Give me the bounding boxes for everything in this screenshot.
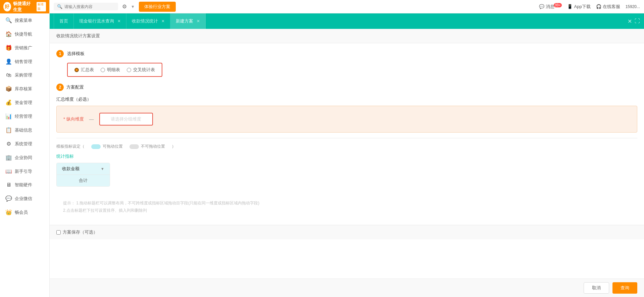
chat-icon: 💬 [5, 195, 12, 202]
draggable-indicator [91, 144, 101, 149]
topbar-right: 💬 消息 99+ 📱 App下载 🎧 在线客服 15920... [539, 4, 640, 10]
sidebar-item-search-menu[interactable]: 🔍 搜索菜单 [0, 13, 49, 27]
sidebar-item-label: 资金管理 [15, 100, 32, 106]
tab-collection-stats[interactable]: 收款情况统计 ✕ [126, 13, 170, 29]
sidebar-item-label: 企业微信 [15, 196, 32, 202]
column-header-label: 收款金额 [62, 166, 79, 172]
topbar-search-box[interactable]: 🔍 [54, 3, 118, 10]
step1-label: 1 选择模板 [56, 50, 637, 57]
query-button[interactable]: 查询 [612, 282, 637, 294]
page-title: 收款情况统计方案设置 [50, 29, 644, 43]
draggable-legend: 可拖动位置 [91, 144, 123, 149]
radio-cross-label: 交叉统计表 [133, 67, 155, 73]
metrics-legend: 模板指标设定（ 可拖动位置 不可拖动位置 ） [56, 144, 637, 149]
monitor-icon: 🖥 [5, 182, 12, 188]
save-option[interactable]: 方案保存（可选） [56, 229, 98, 235]
radio-cross[interactable]: 交叉统计表 [127, 67, 155, 73]
crown-icon: 👑 [5, 209, 12, 215]
user-icon: 👤 [5, 58, 12, 65]
tips-prefix: 提示： [63, 201, 75, 205]
notification-label: 消息 [546, 4, 554, 10]
radio-detail[interactable]: 明细表 [101, 67, 120, 73]
tab-bank-flow-close[interactable]: ✕ [117, 19, 121, 23]
sidebar-item-finance[interactable]: 💰 资金管理 [0, 96, 49, 109]
sidebar-item-label: 新手引导 [15, 168, 32, 175]
logo-text: 畅捷通好生意 [13, 1, 35, 13]
metrics-table-row: 合计 [57, 175, 110, 186]
service-icon: 🎧 [596, 4, 601, 9]
search-menu-icon: 🔍 [5, 17, 12, 23]
gift-icon: 🎁 [5, 45, 12, 51]
dimension-area: * 纵向维度 — 请选择分组维度 [56, 106, 637, 133]
tab-collection-stats-close[interactable]: ✕ [161, 19, 165, 23]
sidebar-item-label: 系统管理 [15, 141, 32, 147]
cancel-button[interactable]: 取消 [584, 282, 609, 294]
sidebar-item-label: 营销推广 [15, 45, 32, 51]
sidebar-item-purchase[interactable]: 🛍 采购管理 [0, 68, 49, 82]
sidebar-item-label: 智能硬件 [15, 182, 32, 188]
metrics-table-header[interactable]: 收款金额 ▼ [57, 163, 110, 175]
gear-icon: ⚙ [5, 141, 12, 147]
save-label: 方案保存（可选） [63, 229, 98, 235]
fixed-label: 不可拖动位置 [141, 144, 165, 149]
sidebar-item-quick-nav[interactable]: 🏠 快捷导航 [0, 27, 49, 41]
tip2: 2.点击标题栏下拉可设置排序、插入列和删除列 [63, 207, 631, 214]
industry-btn[interactable]: 体验行业方案 [139, 2, 176, 12]
dimension-section: 汇总维度（必选） * 纵向维度 — 请选择分组维度 [56, 96, 637, 133]
sidebar-nav: 🔍 搜索菜单 🏠 快捷导航 🎁 营销推广 👤 销售管理 🛍 采购管理 📦 库存核… [0, 13, 49, 297]
sidebar-item-system[interactable]: ⚙ 系统管理 [0, 137, 49, 151]
sidebar-item-hardware[interactable]: 🖥 智能硬件 [0, 178, 49, 192]
main-area: 🔍 ⚙ ▼ 体验行业方案 💬 消息 99+ 📱 App下载 🎧 在线客服 159… [50, 0, 644, 297]
tab-home[interactable]: 首页 [54, 13, 74, 29]
notification-badge: 99+ [554, 3, 562, 7]
sidebar: 好 畅捷通好生意 标准版 🔍 搜索菜单 🏠 快捷导航 🎁 营销推广 👤 销售管理… [0, 0, 50, 297]
money-icon: 💰 [5, 99, 12, 106]
logo-badge: 标准版 [37, 2, 46, 11]
sidebar-item-marketing[interactable]: 🎁 营销推广 [0, 41, 49, 55]
column-dropdown-arrow[interactable]: ▼ [101, 167, 104, 171]
tab-bank-flow-label: 现金银行流水查询 [79, 18, 114, 24]
search-icon: 🔍 [57, 4, 62, 9]
sidebar-item-sales[interactable]: 👤 销售管理 [0, 55, 49, 68]
step1-section: 1 选择模板 汇总表 明细表 交叉统计表 [50, 43, 644, 84]
dimension-title: 汇总维度（必选） [56, 96, 637, 102]
sidebar-item-label: 库存核算 [15, 86, 32, 92]
sidebar-item-enterprise[interactable]: 🏢 企业协同 [0, 151, 49, 164]
sidebar-item-label: 搜索菜单 [15, 17, 32, 23]
sidebar-item-label: 基础信息 [15, 127, 32, 133]
tab-bank-flow[interactable]: 现金银行流水查询 ✕ [74, 13, 126, 29]
dimension-placeholder[interactable]: 请选择分组维度 [99, 113, 153, 126]
radio-summary-input[interactable] [74, 68, 79, 72]
sidebar-item-member[interactable]: 👑 畅会员 [0, 205, 49, 219]
tab-new-plan[interactable]: 新建方案 ✕ [170, 13, 206, 29]
app-download-item[interactable]: 📱 App下载 [567, 4, 590, 10]
settings-icon[interactable]: ⚙ [122, 3, 127, 10]
sidebar-item-inventory[interactable]: 📦 库存核算 [0, 82, 49, 96]
save-checkbox[interactable] [56, 230, 61, 235]
radio-detail-label: 明细表 [107, 67, 120, 73]
metrics-table: 收款金额 ▼ 合计 [56, 163, 110, 187]
tab-new-plan-close[interactable]: ✕ [197, 19, 200, 23]
radio-summary[interactable]: 汇总表 [74, 67, 94, 73]
sidebar-item-label: 采购管理 [15, 72, 32, 78]
radio-cross-input[interactable] [127, 68, 131, 72]
radio-detail-input[interactable] [101, 68, 105, 72]
tabbar: 首页 现金银行流水查询 ✕ 收款情况统计 ✕ 新建方案 ✕ ✕ ⛶ [50, 13, 644, 29]
step2-num: 2 [56, 84, 64, 91]
sidebar-item-label: 快捷导航 [15, 31, 32, 37]
dropdown-arrow-icon[interactable]: ▼ [131, 4, 135, 9]
sidebar-item-operations[interactable]: 📊 经营管理 [0, 109, 49, 123]
tab-expand-icon[interactable]: ⛶ [635, 18, 640, 24]
online-service-item[interactable]: 🎧 在线客服 [596, 4, 620, 10]
content-area: 收款情况统计方案设置 1 选择模板 汇总表 明细表 [50, 29, 644, 297]
sidebar-item-guide[interactable]: 📖 新手引导 [0, 164, 49, 178]
tab-close-all-icon[interactable]: ✕ [628, 18, 632, 24]
chart-icon: 📊 [5, 113, 12, 119]
search-input[interactable] [64, 4, 115, 9]
step1-num: 1 [56, 50, 64, 57]
notification-item[interactable]: 💬 消息 99+ [539, 4, 562, 10]
dimension-arrow-icon: — [89, 116, 94, 122]
vertical-dimension-label: * 纵向维度 [63, 116, 84, 122]
sidebar-item-basic-info[interactable]: 📋 基础信息 [0, 123, 49, 137]
sidebar-item-wechat[interactable]: 💬 企业微信 [0, 192, 49, 205]
